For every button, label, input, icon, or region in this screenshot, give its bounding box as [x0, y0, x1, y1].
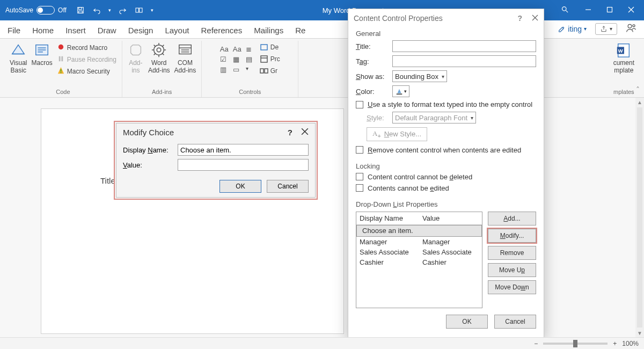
list-item[interactable]: Choose an item. [356, 225, 482, 237]
minimize-icon[interactable] [585, 6, 591, 14]
tab-layout[interactable]: Layout [165, 23, 189, 38]
quick-access-toolbar: ▾ ▾ [72, 6, 158, 14]
col-display-name: Display Name [356, 212, 419, 224]
document-template-button[interactable]: W cument mplate [613, 42, 634, 74]
group-button[interactable]: Gr [260, 66, 280, 76]
com-addins-button[interactable]: COM Add-ins [174, 42, 196, 74]
group-controls-label: Controls [239, 89, 261, 96]
lock-delete-checkbox[interactable]: Content control cannot be deleted [348, 171, 544, 183]
svg-rect-16 [61, 56, 63, 61]
style-label: Style: [367, 114, 387, 122]
list-item[interactable]: Sales AssociateSales Associate [356, 247, 482, 257]
autosave-label: AutoSave [5, 6, 33, 14]
macro-security-button[interactable]: Macro Security [57, 66, 116, 77]
list-item[interactable]: CashierCashier [356, 257, 482, 267]
use-style-checkbox[interactable]: Use a style to format text typed into th… [348, 99, 544, 110]
tab-review[interactable]: Re [295, 23, 305, 38]
account-icon[interactable] [626, 23, 636, 35]
svg-point-14 [58, 45, 63, 49]
word-addins-button[interactable]: Word Add-ins [148, 42, 170, 74]
list-item[interactable]: ManagerManager [356, 237, 482, 247]
collapse-ribbon-icon[interactable]: ˄ [636, 85, 640, 94]
ccprops-title: Content Control Properties [354, 14, 443, 23]
remove-when-checkbox[interactable]: Remove content control when contents are… [348, 144, 544, 156]
svg-rect-4 [140, 8, 142, 12]
content-control-properties-dialog: Content Control Properties ? General Tit… [348, 9, 544, 338]
new-style-button: A+New Style... [367, 127, 427, 141]
showas-select[interactable]: Bounding Box▾ [392, 70, 447, 82]
group-code: Visual Basic Macros Record Macro Pause R… [4, 41, 122, 97]
redo-icon[interactable] [119, 6, 127, 14]
vertical-scrollbar[interactable]: ▲ ▼ [635, 98, 644, 337]
search-icon[interactable] [554, 5, 575, 15]
close-icon[interactable] [532, 14, 538, 23]
tab-draw[interactable]: Draw [98, 23, 116, 38]
design-mode-button[interactable]: De [260, 42, 280, 53]
close-icon[interactable] [301, 128, 309, 137]
visual-basic-button[interactable]: Visual Basic [10, 42, 27, 74]
display-name-input[interactable] [178, 144, 309, 156]
section-locking: Locking [348, 160, 544, 171]
help-icon[interactable]: ? [279, 128, 301, 137]
cancel-button[interactable]: Cancel [494, 315, 536, 329]
tab-home[interactable]: Home [32, 23, 54, 38]
svg-point-5 [562, 7, 567, 11]
ok-button[interactable]: OK [446, 315, 488, 329]
zoom-slider[interactable] [543, 343, 608, 345]
move-up-button[interactable]: Move Up [488, 263, 536, 277]
tab-design[interactable]: Design [128, 23, 153, 38]
tab-file[interactable]: File [8, 23, 20, 38]
maximize-icon[interactable] [606, 6, 613, 14]
section-general: General [348, 27, 544, 39]
status-bar: − + 100% [0, 337, 644, 349]
display-name-label: Display Name: [123, 146, 174, 154]
undo-icon[interactable] [92, 6, 101, 14]
svg-rect-17 [60, 69, 61, 72]
document-area: Title or Position: Choose an item. ▾ [0, 98, 644, 337]
tab-insert[interactable]: Insert [65, 23, 86, 38]
move-down-button[interactable]: Move Down [488, 280, 536, 294]
group-code-label: Code [56, 89, 70, 96]
value-label: Value: [123, 161, 174, 169]
style-select: Default Paragraph Font▾ [392, 112, 476, 123]
group-templates-label: mplates [613, 89, 634, 96]
record-macro-button[interactable]: Record Macro [57, 42, 116, 54]
tag-label: Tag: [356, 57, 387, 66]
dropdown-list[interactable]: Display NameValue Choose an item. Manage… [356, 212, 482, 308]
scroll-down-icon[interactable]: ▼ [635, 329, 644, 337]
save-icon[interactable] [76, 6, 85, 14]
svg-line-6 [566, 10, 568, 12]
macros-button[interactable]: Macros [31, 42, 52, 67]
properties-button[interactable]: Prc [260, 54, 280, 64]
title-bar: AutoSave Off ▾ ▾ My Word Document... [0, 0, 644, 20]
lock-edit-checkbox[interactable]: Contents cannot be edited [348, 183, 544, 194]
editing-dropdown[interactable]: iting▾ [558, 25, 587, 33]
modify-button[interactable]: Modify... [488, 229, 536, 243]
value-input[interactable] [178, 159, 309, 171]
close-icon[interactable] [628, 6, 634, 14]
add-button[interactable]: Add... [488, 212, 536, 226]
pause-recording-button: Pause Recording [57, 54, 116, 66]
zoom-in-icon[interactable]: + [613, 340, 617, 347]
controls-grid[interactable]: AaAa≣ ☑▦▤ ▥▭▾ [220, 45, 257, 74]
cancel-button[interactable]: Cancel [267, 180, 309, 193]
color-picker[interactable]: ▾ [392, 85, 409, 97]
title-input[interactable] [392, 40, 536, 52]
ok-button[interactable]: OK [219, 180, 261, 193]
svg-rect-21 [179, 45, 192, 54]
tag-input[interactable] [392, 55, 536, 67]
svg-rect-15 [59, 56, 61, 61]
tab-references[interactable]: References [201, 23, 242, 38]
help-icon[interactable]: ? [508, 14, 532, 23]
qat-extra-icon[interactable] [135, 6, 143, 14]
remove-button[interactable]: Remove [488, 246, 536, 260]
addins-button: Add- ins [128, 42, 144, 74]
zoom-out-icon[interactable]: − [534, 340, 538, 347]
share-button[interactable]: ▾ [595, 23, 617, 35]
svg-rect-26 [261, 56, 267, 62]
tab-mailings[interactable]: Mailings [254, 23, 283, 38]
group-templates: W cument mplate mplates [608, 41, 640, 97]
autosave-toggle[interactable]: AutoSave Off [0, 6, 72, 14]
scroll-up-icon[interactable]: ▲ [635, 98, 644, 106]
title-label: Title: [356, 42, 387, 50]
